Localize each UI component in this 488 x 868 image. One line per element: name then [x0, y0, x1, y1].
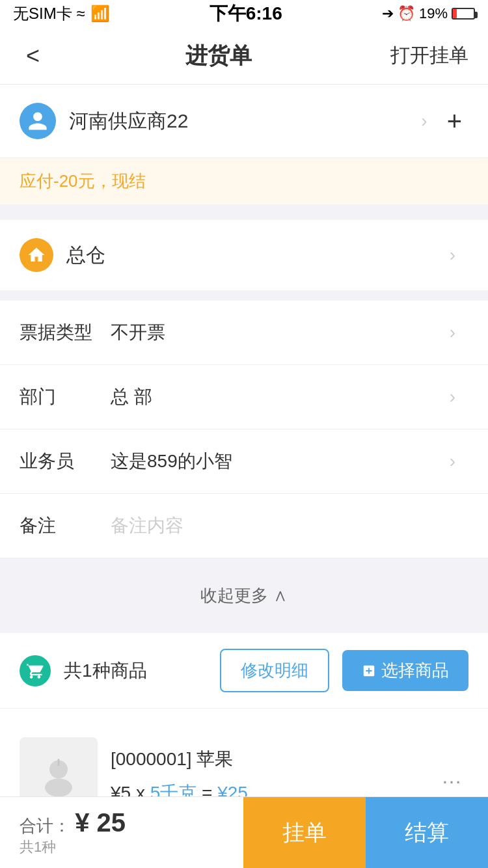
remarks-row[interactable]: 备注 备注内容: [0, 494, 488, 558]
supplier-chevron-icon: ›: [421, 111, 427, 131]
status-bar: 无SIM卡 ≈ 📶 下午6:16 ➔ ⏰ 19%: [0, 0, 488, 27]
edit-detail-button[interactable]: 修改明细: [220, 649, 329, 692]
dept-value: 总 部: [111, 385, 450, 409]
products-header: 共1种商品 修改明细 选择商品: [0, 633, 488, 709]
battery-icon: [452, 8, 475, 20]
invoice-chevron-icon: ›: [450, 322, 455, 343]
remarks-input[interactable]: 备注内容: [111, 513, 468, 538]
svg-rect-2: [58, 759, 60, 766]
nav-bar: < 进货单 打开挂单: [0, 27, 488, 85]
hang-button[interactable]: 挂单: [243, 797, 366, 869]
checkout-button[interactable]: 结算: [366, 797, 488, 869]
sales-value: 这是859的小智: [111, 449, 450, 474]
select-product-label: 选择商品: [381, 659, 449, 682]
dept-row[interactable]: 部门 总 部 ›: [0, 365, 488, 429]
product-thumb-icon: [36, 753, 81, 799]
product-title: 苹果: [197, 749, 233, 769]
supplier-name: 河南供应商22: [69, 108, 421, 135]
product-code: [0000001]: [111, 749, 192, 769]
content: 河南供应商22 › + 应付-20元，现结 总仓 › 票据类型 不开票 › 部门…: [0, 85, 488, 868]
status-time: 下午6:16: [210, 1, 282, 26]
dept-label: 部门: [20, 385, 111, 409]
footer-amount: ¥ 25: [75, 808, 126, 837]
footer: 合计： ¥ 25 共1种 挂单 结算: [0, 796, 488, 868]
products-icon: [20, 655, 51, 686]
product-name: [0000001] 苹果: [111, 747, 422, 772]
svg-point-1: [45, 779, 72, 797]
page-title: 进货单: [185, 41, 252, 71]
footer-total-row: 合计： ¥ 25: [20, 808, 224, 837]
supplier-section: 河南供应商22 › + 应付-20元，现结: [0, 85, 488, 210]
product-more-button[interactable]: …: [435, 758, 468, 795]
remarks-label: 备注: [20, 513, 111, 538]
products-count: 共1种商品: [64, 658, 207, 683]
footer-total-label: 合计：: [20, 816, 70, 835]
carrier-text: 无SIM卡 ≈: [13, 3, 85, 24]
select-product-icon: [362, 664, 376, 678]
balance-notice: 应付-20元，现结: [0, 158, 488, 210]
alarm-icon: ⏰: [398, 5, 415, 22]
warehouse-section: 总仓 ›: [0, 220, 488, 290]
warehouse-name: 总仓: [66, 242, 450, 269]
footer-count: 共1种: [20, 837, 224, 857]
add-supplier-button[interactable]: +: [441, 107, 468, 136]
supplier-row[interactable]: 河南供应商22 › +: [0, 85, 488, 158]
home-icon: [27, 245, 46, 265]
wifi-icon: 📶: [90, 5, 110, 23]
warehouse-icon: [20, 238, 53, 272]
back-button[interactable]: <: [20, 36, 46, 76]
invoice-row[interactable]: 票据类型 不开票 ›: [0, 301, 488, 365]
footer-total: 合计： ¥ 25 共1种: [0, 808, 243, 857]
location-icon: ➔: [382, 5, 394, 22]
select-product-button[interactable]: 选择商品: [342, 650, 468, 691]
user-icon: [27, 110, 49, 132]
supplier-avatar: [20, 103, 56, 139]
warehouse-row[interactable]: 总仓 ›: [0, 220, 488, 290]
invoice-label: 票据类型: [20, 320, 111, 345]
warehouse-chevron-icon: ›: [450, 245, 455, 265]
sales-row[interactable]: 业务员 这是859的小智 ›: [0, 429, 488, 494]
sales-chevron-icon: ›: [450, 451, 455, 472]
divider: [0, 623, 488, 633]
invoice-value: 不开票: [111, 320, 450, 345]
form-section: 票据类型 不开票 › 部门 总 部 › 业务员 这是859的小智 › 备注 备注…: [0, 301, 488, 558]
sales-label: 业务员: [20, 449, 111, 474]
cart-icon: [26, 662, 44, 680]
dept-chevron-icon: ›: [450, 387, 455, 407]
open-hang-button[interactable]: 打开挂单: [390, 42, 468, 69]
battery-text: 19%: [419, 5, 448, 22]
status-left: 无SIM卡 ≈ 📶: [13, 3, 110, 24]
status-right: ➔ ⏰ 19%: [382, 5, 475, 22]
collapse-button[interactable]: 收起更多 ∧: [0, 569, 488, 623]
